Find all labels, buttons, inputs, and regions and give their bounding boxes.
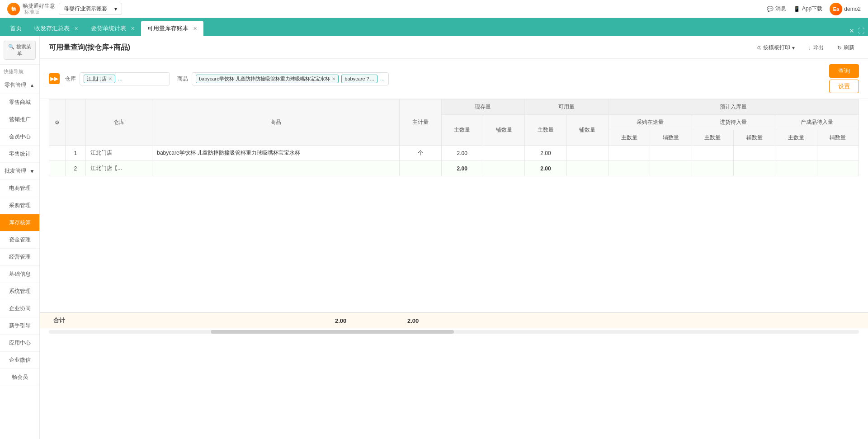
user-profile[interactable]: Ea demo2 bbox=[830, 3, 861, 15]
filter-buttons: 查询 设置 bbox=[829, 64, 859, 93]
app-download-action[interactable]: 📱 App下载 bbox=[793, 5, 822, 13]
sidebar-item-ecommerce-mgmt[interactable]: 电商管理 bbox=[0, 180, 39, 197]
message-action[interactable]: 💬 消息 bbox=[767, 5, 786, 13]
warehouse-tag-close[interactable]: ✕ bbox=[108, 76, 112, 81]
page-actions: 🖨 按模板打印 ▾ ↓ 导出 ↻ 刷新 bbox=[751, 42, 859, 54]
settings-btn[interactable]: 设置 bbox=[829, 80, 859, 93]
data-table: ⚙ 仓库 商品 主计量 现存量 可用量 预计入库量 主数量 辅数量 bbox=[49, 99, 859, 176]
sidebar-item-enterprise-collab[interactable]: 企业协同 bbox=[0, 300, 39, 317]
sidebar-item-marketing[interactable]: 营销推广 bbox=[0, 111, 39, 128]
sidebar-item-vip-member[interactable]: 畅会员 bbox=[0, 369, 39, 386]
tab-close-order-stats[interactable]: ✕ bbox=[131, 26, 135, 32]
export-btn[interactable]: ↓ 导出 bbox=[804, 42, 828, 54]
sidebar-item-retail-mall[interactable]: 零售商城 bbox=[0, 94, 39, 111]
app-icon: 📱 bbox=[793, 6, 800, 12]
product-input[interactable]: babycare学饮杯 儿童防摔防撞吸管杯重力球吸嘴杯宝宝水杯 ✕ babyca… bbox=[192, 72, 389, 85]
th-product: 商品 bbox=[152, 99, 400, 146]
td-prod-inb-aux-2 bbox=[817, 161, 859, 176]
td-pur-trans-main-2 bbox=[608, 161, 650, 176]
tab-bar: 首页 收发存汇总表 ✕ 要货单统计表 ✕ 可用量库存账本 ✕ ✕ ⛶ bbox=[0, 18, 868, 36]
close-window-icon[interactable]: ✕ bbox=[849, 27, 854, 34]
warehouse-tag: 江北门店 ✕ bbox=[84, 75, 115, 83]
td-pur-inb-aux-1 bbox=[733, 146, 775, 161]
export-icon: ↓ bbox=[808, 45, 811, 51]
print-template-btn[interactable]: 🖨 按模板打印 ▾ bbox=[751, 42, 799, 54]
sidebar-item-retail-stats[interactable]: 零售统计 bbox=[0, 146, 39, 163]
maximize-icon[interactable]: ⛶ bbox=[858, 27, 864, 34]
tab-order-stats[interactable]: 要货单统计表 ✕ bbox=[85, 21, 141, 36]
product-tag-1: babycare学饮杯 儿童防摔防撞吸管杯重力球吸嘴杯宝宝水杯 ✕ bbox=[196, 75, 339, 83]
filter-toggle-btn[interactable]: ▶▶ bbox=[49, 73, 60, 84]
tab-close-receive-send[interactable]: ✕ bbox=[74, 26, 78, 32]
tab-receive-send[interactable]: 收发存汇总表 ✕ bbox=[28, 21, 85, 36]
td-stock-aux-2 bbox=[483, 161, 524, 176]
td-prod-inb-main-1 bbox=[775, 146, 817, 161]
sidebar-item-finance-mgmt[interactable]: 资金管理 bbox=[0, 231, 39, 249]
product-tag-2: babycare？... bbox=[341, 75, 377, 83]
scroll-thumb[interactable] bbox=[211, 330, 454, 334]
td-product-1: babycare学饮杯 儿童防摔防撞吸管杯重力球吸嘴杯宝宝水杯 bbox=[152, 146, 400, 161]
sidebar-item-purchase-mgmt[interactable]: 采购管理 bbox=[0, 197, 39, 214]
refresh-icon: ↻ bbox=[837, 45, 842, 51]
refresh-btn[interactable]: ↻ 刷新 bbox=[833, 42, 859, 54]
print-icon: 🖨 bbox=[756, 45, 761, 51]
td-pur-trans-aux-2 bbox=[650, 161, 692, 176]
logo-area: 畅 畅捷通好生意 标准版 bbox=[7, 3, 55, 15]
sidebar-item-business-mgmt[interactable]: 经营管理 bbox=[0, 249, 39, 266]
search-icon: 🔍 bbox=[8, 44, 14, 49]
sidebar: 🔍 搜索菜单 快捷导航 零售管理 ▲ 零售商城 营销推广 会员中心 零售统计 批… bbox=[0, 36, 40, 439]
quick-nav-label[interactable]: 快捷导航 bbox=[0, 65, 39, 77]
sidebar-item-member-center[interactable]: 会员中心 bbox=[0, 128, 39, 146]
product-more[interactable]: ... bbox=[380, 76, 385, 82]
product-filter-group: 商品 babycare学饮杯 儿童防摔防撞吸管杯重力球吸嘴杯宝宝水杯 ✕ bab… bbox=[177, 72, 389, 85]
sidebar-item-app-center[interactable]: 应用中心 bbox=[0, 335, 39, 352]
sidebar-item-retail-mgmt[interactable]: 零售管理 ▲ bbox=[0, 77, 39, 94]
td-stock-aux-1 bbox=[483, 146, 524, 161]
sidebar-item-newbie-guide[interactable]: 新手引导 bbox=[0, 317, 39, 335]
footer-row: 合计 2.00 2.00 bbox=[49, 316, 859, 325]
th-settings: ⚙ bbox=[49, 99, 66, 146]
th-available: 可用量 bbox=[525, 99, 609, 115]
table-row: 2 江北门店【... 2.00 2.00 bbox=[49, 161, 859, 176]
sidebar-item-wholesale-mgmt[interactable]: 批发管理 ▼ bbox=[0, 163, 39, 180]
td-settings-1 bbox=[49, 146, 66, 161]
sidebar-item-enterprise-wechat[interactable]: 企业微信 bbox=[0, 352, 39, 369]
th-stock-main: 主数量 bbox=[441, 115, 483, 146]
search-menu-btn[interactable]: 🔍 搜索菜单 bbox=[4, 41, 36, 60]
sidebar-item-basic-info[interactable]: 基础信息 bbox=[0, 266, 39, 283]
sidebar-search: 🔍 搜索菜单 bbox=[0, 36, 39, 65]
tab-available-stock[interactable]: 可用量库存账本 ✕ bbox=[141, 21, 203, 36]
top-header: 畅 畅捷通好生意 标准版 母婴行业演示账套 ▾ 💬 消息 📱 App下载 Ea … bbox=[0, 0, 868, 18]
footer-label: 合计 bbox=[49, 316, 139, 325]
footer-avail-qty: 2.00 bbox=[395, 317, 431, 324]
th-production-inbound: 产成品待入量 bbox=[775, 115, 859, 130]
logo-icon: 畅 bbox=[7, 3, 20, 15]
industry-selector[interactable]: 母婴行业演示账套 ▾ bbox=[59, 3, 122, 15]
message-icon: 💬 bbox=[767, 6, 774, 12]
td-num-1: 1 bbox=[66, 146, 86, 161]
td-avail-main-2: 2.00 bbox=[525, 161, 566, 176]
product-tag-1-close[interactable]: ✕ bbox=[332, 76, 335, 81]
th-row-num bbox=[66, 99, 86, 146]
tab-home[interactable]: 首页 bbox=[4, 21, 28, 36]
page-container: 可用量查询(按仓库+商品) 🖨 按模板打印 ▾ ↓ 导出 ↻ 刷新 bbox=[40, 36, 868, 439]
th-purchase-transit-aux: 辅数量 bbox=[650, 130, 692, 146]
td-prod-inb-main-2 bbox=[775, 161, 817, 176]
tab-close-available-stock[interactable]: ✕ bbox=[193, 26, 197, 32]
horizontal-scrollbar[interactable] bbox=[49, 330, 859, 334]
sidebar-item-inventory-check[interactable]: 库存核算 bbox=[0, 214, 39, 231]
arrow-icon: ▼ bbox=[29, 168, 35, 175]
td-unit-1: 个 bbox=[400, 146, 441, 161]
query-btn[interactable]: 查询 bbox=[829, 64, 859, 78]
page-title: 可用量查询(按仓库+商品) bbox=[49, 43, 130, 52]
warehouse-input[interactable]: 江北门店 ✕ ... bbox=[80, 72, 170, 85]
sidebar-item-system-mgmt[interactable]: 系统管理 bbox=[0, 283, 39, 300]
td-warehouse-2: 江北门店【... bbox=[85, 161, 152, 176]
content-area: 可用量查询(按仓库+商品) 🖨 按模板打印 ▾ ↓ 导出 ↻ 刷新 bbox=[40, 36, 868, 439]
warehouse-more[interactable]: ... bbox=[118, 76, 123, 82]
th-purchase-transit-main: 主数量 bbox=[608, 130, 650, 146]
th-warehouse: 仓库 bbox=[85, 99, 152, 146]
th-production-inbound-main: 主数量 bbox=[775, 130, 817, 146]
header-left: 畅 畅捷通好生意 标准版 母婴行业演示账套 ▾ bbox=[7, 3, 122, 15]
th-planned-inbound: 预计入库量 bbox=[608, 99, 859, 115]
